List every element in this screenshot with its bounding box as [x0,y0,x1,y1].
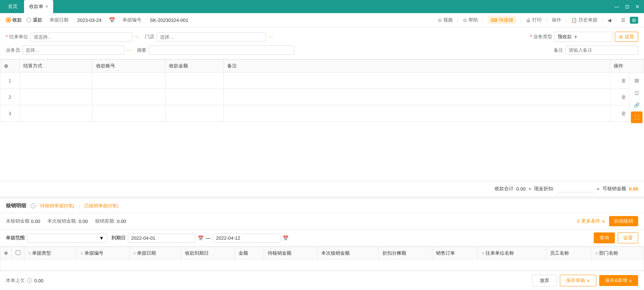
nav-prev-icon[interactable]: ◀ [608,17,611,23]
radio-refund[interactable]: 退款 [26,17,42,23]
summary-input[interactable] [149,46,294,55]
shortcut-icon: ⌨ [491,17,498,23]
row-2-account[interactable] [93,89,165,105]
calendar-icon[interactable]: 📅 [109,17,115,23]
shortcut-label: 快捷键 [499,17,513,23]
sep5: | [566,17,567,23]
settings-button[interactable]: ⚙ 设置 [615,32,638,42]
row-3-settlement[interactable] [20,105,93,122]
total-value: 0.00 [517,186,526,192]
footer: 本单上欠 i 0.00 放弃 保存草稿 ∧ 保存&新增 ∧ [0,271,644,290]
search-button[interactable]: 查询 [594,232,615,243]
table-header-row: ⚙ 结算方式 收款账号 收款金额 备注 操作 [0,60,644,72]
summary-field: 摘要 [137,46,548,55]
minimize-button[interactable]: — [613,3,621,10]
date-value[interactable]: 2023-03-24 [77,17,102,23]
pending-amount-header: 待核销金额 [264,247,318,260]
salesman-dots-icon[interactable]: ··· [126,47,131,54]
print-icon: 🖨 [526,17,531,23]
print-btn[interactable]: 🖨 打印 [526,17,542,23]
sep7: | [616,17,617,23]
row-3-account[interactable] [93,105,165,122]
list-view-icon[interactable]: ☰ [621,17,625,23]
more-conditions-btn[interactable]: ⧖ 更多条件 ∧ [577,218,605,224]
calendar-start-icon[interactable]: 📅 [198,235,204,241]
range-field: 单据范围 ▼ [6,234,107,243]
account-header: 收款账号 [93,60,165,72]
employee-header: 员工名称 [546,247,591,260]
row-1-delete-btn[interactable]: 🗑 [620,77,627,84]
row-2-delete-btn[interactable]: 🗑 [620,93,627,101]
tab-active[interactable]: 收款单 × [24,0,53,13]
operation-label: 操作 [552,17,561,23]
row-2-settlement[interactable] [20,89,93,105]
due-date-start-input[interactable] [128,234,196,243]
range-dropdown-icon: ▼ [99,235,104,241]
operation-btn[interactable]: 操作 [552,17,561,23]
range-select[interactable]: ▼ [27,234,107,243]
search-settings-button[interactable]: 设置 [618,232,638,243]
calendar-end-icon[interactable]: 📅 [283,235,288,241]
bottom-table-empty-row [0,260,644,271]
save-new-label: 保存&新增 [605,277,627,284]
dept-header: ⇅ 部门名称 [592,247,644,260]
section-divider [0,196,644,199]
search-bar: 单据范围 ▼ 到期日 📅 — 📅 查询 设置 [0,230,644,247]
video-btn[interactable]: ⊙ 视频 [438,17,453,23]
history-btn[interactable]: 📋 历史单据 [571,17,597,23]
save-draft-button[interactable]: 保存草稿 ∧ [560,275,596,286]
radio-refund-dot [26,17,31,23]
row-3-amount[interactable] [165,105,224,122]
tab-home[interactable]: 首页 [3,0,23,13]
done-tab[interactable]: 已核销单据(0笔) [84,203,118,209]
reconcile-info-icon[interactable]: i [31,203,36,208]
bottom-gear-header[interactable]: ⚙ [0,247,12,260]
help-btn[interactable]: ⊙ 帮助 [463,17,478,23]
form-section: 往来单位 ··· 门店 ··· 业务类型 预收款 ▼ ⚙ 设置 [0,27,644,59]
gear-icon: ⚙ [619,34,623,40]
counterpart-input[interactable] [30,32,132,42]
bottom-checkbox-header[interactable] [12,247,24,260]
store-input[interactable] [157,32,266,42]
remark-input[interactable] [565,46,638,55]
right-panel-btn-1[interactable]: ▤ [631,74,643,86]
business-type-arrow-icon: ▼ [573,34,578,40]
discount-input[interactable] [557,185,594,192]
table-row: 3 🗑 ⧉ [0,105,644,122]
business-type-select[interactable]: 预收款 ▼ [554,32,613,42]
auto-reconcile-button[interactable]: 自动核销 [609,216,638,226]
restore-button[interactable]: ⊡ [624,3,631,10]
row-2-amount[interactable] [165,89,224,105]
store-dots-icon[interactable]: ··· [268,34,273,40]
grid-view-icon[interactable]: ⊞ [630,17,638,24]
pending-tab[interactable]: 待核销单据(0笔) [40,203,74,209]
select-all-checkbox[interactable] [16,250,20,255]
row-2-remark[interactable] [224,89,610,105]
row-1-account[interactable] [93,72,165,89]
radio-refund-label: 退款 [33,17,42,23]
shortcut-btn[interactable]: ⌨ 快捷键 [488,16,516,24]
row-1-amount[interactable] [165,72,224,89]
tab-close-icon[interactable]: × [46,4,48,9]
row-1-num: 1 [0,72,20,89]
row-3-remark[interactable] [224,105,610,122]
right-panel-btn-4[interactable]: ⛶ [631,111,643,123]
close-button[interactable]: ✕ [634,3,641,10]
row-1-settlement[interactable] [20,72,93,89]
save-new-button[interactable]: 保存&新增 ∧ [599,275,638,286]
row-3-delete-btn[interactable]: 🗑 [620,110,627,117]
right-panel-btn-2[interactable]: ◫ [631,87,643,98]
sep2: | [482,17,483,23]
counterpart-dots-icon[interactable]: ··· [134,34,139,40]
salesman-input[interactable] [22,46,124,55]
row-1-remark[interactable] [224,72,610,89]
abandon-button[interactable]: 放弃 [532,275,557,286]
tab-bar-right: — ⊡ ✕ [613,3,641,10]
balance-info-icon[interactable]: i [27,278,32,283]
radio-receive[interactable]: 收款 [6,17,22,23]
due-date-end-input[interactable] [213,234,280,243]
table-row: 2 🗑 ⧉ [0,89,644,105]
table-gear-header[interactable]: ⚙ [0,60,20,72]
counterpart-field: 往来单位 ··· [6,32,139,42]
right-panel-btn-3[interactable]: 🔗 [631,99,643,111]
